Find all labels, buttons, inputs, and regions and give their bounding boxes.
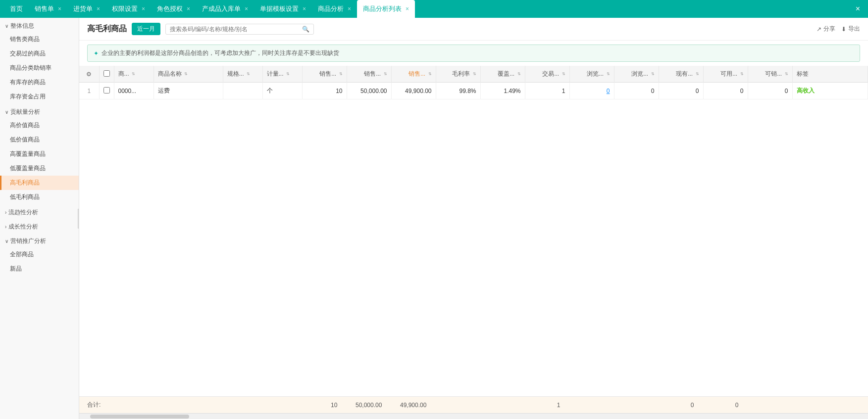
sidebar-item-high-margin[interactable]: 高毛利商品: [0, 176, 79, 190]
sidebar-item-high-value[interactable]: 高价值商品: [0, 118, 79, 133]
sort-icon-name: ⇅: [184, 72, 188, 76]
th-sales-amount[interactable]: 销售... ⇅: [347, 66, 391, 83]
content-area: 高毛利商品 近一月 🔍 ↗ 分享 ⬇ 导出 ✦ 企业的主要的利润都是这部分商品创…: [79, 18, 868, 419]
nav-sales[interactable]: 销售单 ×: [29, 0, 67, 18]
sort-icon-view1: ⇅: [607, 72, 610, 76]
nav-product-analysis-list[interactable]: 商品分析列表 ×: [357, 0, 415, 18]
sidebar-item-low-coverage[interactable]: 低覆盖量商品: [0, 161, 79, 176]
nav-purchase[interactable]: 进货单 ×: [67, 0, 106, 18]
th-unit[interactable]: 计量... ⇅: [262, 66, 302, 83]
sidebar-item-high-coverage[interactable]: 高覆盖量商品: [0, 147, 79, 161]
sort-icon-gross-margin: ⇅: [473, 72, 476, 76]
cell-unit: 个: [262, 83, 302, 99]
sidebar-group-trend[interactable]: › 流趋性分析: [0, 204, 79, 219]
nav-permission[interactable]: 权限设置 ×: [106, 0, 151, 18]
high-income-tag: 高收入: [797, 87, 815, 94]
sidebar-item-in-stock-goods[interactable]: 有库存的商品: [0, 75, 79, 90]
th-view1[interactable]: 浏览... ⇅: [569, 66, 614, 83]
scrollbar-thumb[interactable]: [90, 415, 189, 419]
th-settings[interactable]: ⚙: [79, 66, 99, 83]
cell-view1[interactable]: 0: [569, 83, 614, 99]
nav-product-in[interactable]: 产成品入库单 ×: [196, 0, 254, 18]
data-table: ⚙ 商... ⇅ 商品名称 ⇅: [79, 66, 868, 99]
content-header: 高毛利商品 近一月 🔍 ↗ 分享 ⬇ 导出: [79, 18, 868, 41]
search-icon[interactable]: 🔍: [302, 26, 309, 33]
search-input[interactable]: [170, 26, 302, 33]
select-all-checkbox[interactable]: [103, 70, 110, 77]
close-template-tab[interactable]: ×: [303, 5, 306, 12]
th-tag: 标签: [792, 66, 868, 83]
sidebar-item-new-goods[interactable]: 新品: [0, 262, 79, 276]
window-close-button[interactable]: ×: [852, 4, 864, 13]
search-box: 🔍: [165, 24, 314, 35]
arrow-icon-4: ›: [5, 224, 6, 230]
nav-product-analysis[interactable]: 商品分析 ×: [312, 0, 357, 18]
arrow-icon-2: ∨: [5, 109, 8, 115]
sidebar-group-contribution[interactable]: ∨ 贡献量分析: [0, 104, 79, 118]
th-gross-margin[interactable]: 毛利率 ⇅: [436, 66, 480, 83]
sort-icon-sales-qty: ⇅: [339, 72, 343, 76]
sort-icon-unit: ⇅: [286, 72, 290, 76]
close-role-tab[interactable]: ×: [187, 5, 190, 12]
th-sales-qty[interactable]: 销售... ⇅: [302, 66, 347, 83]
info-banner: ✦ 企业的主要的利润都是这部分商品创造的，可考虑加大推广，同时关注库存是不要出现…: [87, 45, 860, 62]
th-spec[interactable]: 规格... ⇅: [223, 66, 262, 83]
sort-icon-sales-profit: ⇅: [428, 72, 432, 76]
cell-name: 运费: [153, 83, 223, 99]
th-current-stock[interactable]: 现有... ⇅: [659, 66, 703, 83]
sort-icon-trade-count: ⇅: [562, 72, 565, 76]
nav-template[interactable]: 单据模板设置 ×: [254, 0, 312, 18]
cell-saleable-stock: 0: [748, 83, 792, 99]
row-checkbox[interactable]: [103, 87, 110, 93]
th-sales-profit[interactable]: 销售... ⇅: [391, 66, 436, 83]
export-button[interactable]: ⬇ 导出: [841, 25, 860, 33]
th-view2[interactable]: 浏览... ⇅: [614, 66, 659, 83]
th-saleable-stock[interactable]: 可销... ⇅: [748, 66, 792, 83]
sidebar-item-traded-goods[interactable]: 交易过的商品: [0, 47, 79, 61]
sidebar-item-all-goods[interactable]: 全部商品: [0, 247, 79, 262]
share-icon: ↗: [817, 26, 821, 33]
sidebar-item-low-value[interactable]: 低价值商品: [0, 133, 79, 147]
settings-icon[interactable]: ⚙: [86, 71, 92, 78]
close-product-analysis-list-tab[interactable]: ×: [406, 5, 409, 12]
cell-sales-amount: 50,000.00: [347, 83, 391, 99]
sidebar-group-overall[interactable]: ∨ 整体信息: [0, 18, 79, 32]
sidebar-group-growth[interactable]: › 成长性分析: [0, 219, 79, 233]
th-checkbox: [99, 66, 114, 83]
th-trade-count[interactable]: 交易... ⇅: [525, 66, 569, 83]
header-actions: ↗ 分享 ⬇ 导出: [817, 25, 860, 33]
close-product-in-tab[interactable]: ×: [245, 5, 248, 12]
sidebar: « ∨ 整体信息 销售类商品 交易过的商品 商品分类助销率 有库存的商品 库存资…: [0, 18, 79, 419]
close-purchase-tab[interactable]: ×: [97, 5, 100, 12]
sort-icon-coverage: ⇅: [517, 72, 521, 76]
close-product-analysis-tab[interactable]: ×: [348, 5, 351, 12]
sidebar-group-marketing[interactable]: ∨ 营销推广分析: [0, 233, 79, 247]
data-table-container[interactable]: ⚙ 商... ⇅ 商品名称 ⇅: [79, 66, 868, 396]
nav-home[interactable]: 首页: [4, 0, 29, 18]
nav-role[interactable]: 角色授权 ×: [151, 0, 196, 18]
sidebar-collapse-button[interactable]: «: [78, 209, 79, 229]
th-name[interactable]: 商品名称 ⇅: [153, 66, 223, 83]
filter-recent-month-button[interactable]: 近一月: [132, 23, 160, 35]
th-coverage[interactable]: 覆盖... ⇅: [480, 66, 525, 83]
horizontal-scrollbar[interactable]: [79, 413, 868, 419]
sort-icon-spec: ⇅: [247, 72, 250, 76]
footer-label: 合计:: [87, 401, 101, 409]
top-nav: 首页 销售单 × 进货单 × 权限设置 × 角色授权 × 产成品入库单 × 单据…: [0, 0, 868, 18]
footer-sales-qty: 10: [297, 402, 341, 409]
close-sales-tab[interactable]: ×: [58, 5, 61, 12]
sidebar-item-category-sales-rate[interactable]: 商品分类助销率: [0, 61, 79, 75]
sidebar-item-stock-capital[interactable]: 库存资金占用: [0, 90, 79, 104]
th-available-stock[interactable]: 可用... ⇅: [703, 66, 748, 83]
sort-icon-saleable-stock: ⇅: [785, 72, 788, 76]
view1-link[interactable]: 0: [607, 88, 610, 94]
footer-sales-amount: 50,000.00: [341, 402, 386, 409]
close-permission-tab[interactable]: ×: [142, 5, 145, 12]
sort-icon-code: ⇅: [132, 72, 135, 76]
sidebar-item-low-margin[interactable]: 低毛利商品: [0, 190, 79, 204]
cell-sales-profit: 49,900.00: [391, 83, 436, 99]
th-code[interactable]: 商... ⇅: [114, 66, 153, 83]
share-button[interactable]: ↗ 分享: [817, 25, 835, 33]
sidebar-item-sales-goods[interactable]: 销售类商品: [0, 32, 79, 47]
cell-code: 0000...: [114, 83, 153, 99]
